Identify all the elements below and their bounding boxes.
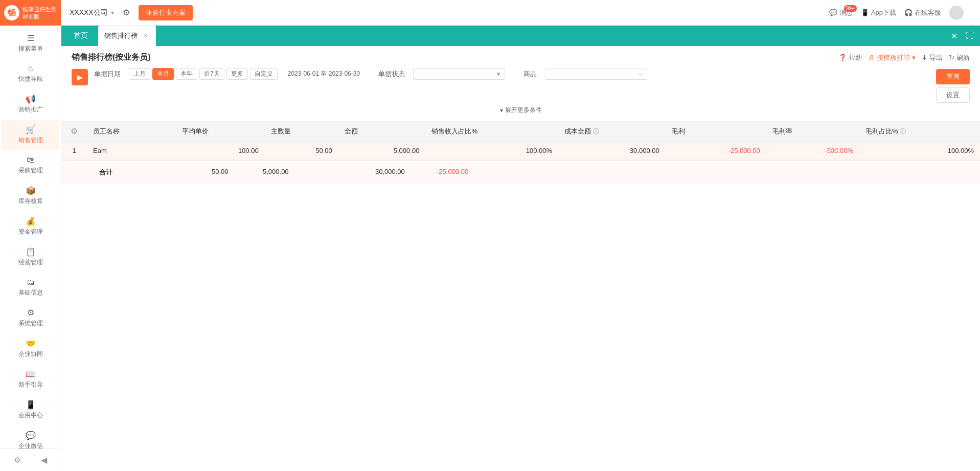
print-button[interactable]: 🖨 按模板打印 ▾ (868, 53, 916, 62)
sidebar-item-sales[interactable]: 🛒 销售管理 (2, 120, 59, 150)
tabbar-right: ✕ ⛶ (949, 29, 976, 43)
export-button[interactable]: ⬇ 导出 (922, 53, 943, 62)
more-date-btn[interactable]: 更多 (226, 68, 248, 80)
sidebar-item-inventory[interactable]: 📦 库存核算 (2, 181, 59, 211)
app-download-button[interactable]: 📱 App下载 (861, 8, 896, 17)
table-col-settings[interactable]: ⚙ (61, 121, 87, 142)
last7days-btn[interactable]: 近7天 (199, 68, 224, 80)
page-title-row: 销售排行榜(按业务员) ❓ 帮助 🖨 按模板打印 ▾ ⬇ 导出 (72, 52, 970, 63)
this-month-btn[interactable]: 本月 (152, 68, 174, 80)
online-service-button[interactable]: 🎧 在线客服 (904, 8, 941, 17)
date-range: 2023-06-01 至 2023-06-30 (288, 70, 360, 78)
tabbar-close-icon[interactable]: ✕ (949, 29, 960, 43)
nav-label-quick-nav: 快捷导航 (18, 75, 43, 83)
tab-close-icon[interactable]: × (142, 32, 150, 40)
tabbar: 首页 销售排行榜 × ✕ ⛶ (61, 26, 980, 46)
nav-label-finance: 资金管理 (18, 228, 43, 236)
profit-pct-help-icon[interactable]: ⓘ (900, 128, 906, 135)
message-badge: 99+ (844, 5, 857, 12)
this-year-btn[interactable]: 本年 (176, 68, 197, 80)
footer-main-qty: 50.00 (206, 166, 257, 179)
sidebar-item-quick-nav[interactable]: ⌂ 快捷导航 (2, 59, 59, 88)
footer-profit-rate (492, 166, 543, 179)
cell-profit-pct: 100.00% (859, 142, 980, 160)
cost-help-icon[interactable]: ⓘ (593, 128, 599, 135)
help-icon: ❓ (838, 54, 847, 61)
last-month-btn[interactable]: 上月 (129, 68, 150, 80)
refresh-button[interactable]: ↻ 刷新 (949, 53, 970, 62)
message-icon: 💬 (829, 9, 837, 16)
product-select[interactable]: ··· (545, 69, 647, 80)
sidebar-item-wechat[interactable]: 💬 企业微信 (2, 425, 59, 448)
nav-icon-operations: 📋 (26, 247, 36, 257)
nav-label-sales: 销售管理 (18, 136, 43, 145)
nav-icon-sales: 🛒 (26, 125, 36, 134)
company-selector[interactable]: XXXXX公司 ▾ (70, 8, 114, 17)
help-button[interactable]: ❓ 帮助 (838, 53, 862, 62)
tab-active-label: 销售排行榜 (104, 31, 138, 40)
nav-label-onboarding: 新手引导 (18, 380, 43, 389)
sidebar-item-finance[interactable]: 💰 资金管理 (2, 211, 59, 241)
sidebar-item-enterprise[interactable]: 🤝 企业协同 (2, 333, 59, 364)
table-row: 1 Eam 100.00 50.00 5,000.00 100.00% 30,0… (61, 142, 980, 160)
trial-button[interactable]: 体验行业方案 (139, 5, 193, 20)
expand-conditions-btn[interactable]: ▾ 展开更多条件 (500, 106, 542, 115)
nav-icon-inventory: 📦 (26, 186, 36, 195)
nav-icon-wechat: 💬 (26, 431, 36, 440)
cell-cost-amount: 30,000.00 (558, 142, 666, 160)
logo-icon: 畅 (4, 5, 19, 20)
sidebar-item-purchase[interactable]: 🛍 采购管理 (2, 150, 59, 180)
tab-home[interactable]: 首页 (65, 26, 96, 46)
table-col-name: 员工名称 (87, 121, 176, 142)
tabbar-fullscreen-icon[interactable]: ⛶ (964, 29, 976, 42)
settings-button[interactable]: 设置 (936, 87, 970, 103)
nav-icon-onboarding: 📖 (26, 369, 36, 379)
table-header-row: ⚙ 员工名称 平均单价 主数量 全额 销售收入占比% 成本全额 ⓘ 毛利 毛利率… (61, 121, 980, 142)
filter-buttons: 查询 设置 (936, 68, 970, 103)
footer-avg-price (154, 166, 206, 179)
date-label: 单据日期 (94, 70, 121, 79)
message-button[interactable]: 💬 消息 99+ (829, 8, 853, 17)
nav-icon-basic-info: 🗂 (27, 278, 35, 287)
custom-date-btn[interactable]: 自定义 (250, 68, 278, 80)
table-col-main-qty: 主数量 (265, 121, 338, 142)
cell-profit: -25,000.00 (666, 142, 766, 160)
sidebar-settings-icon[interactable]: ⚙ (12, 453, 23, 467)
export-icon: ⬇ (922, 54, 927, 61)
nav-icon-purchase: 🛍 (27, 155, 35, 165)
nav-icon-marketing: 📢 (26, 94, 36, 104)
nav-icon-app-center: 📱 (26, 400, 36, 410)
sidebar-item-system[interactable]: ⚙ 系统管理 (2, 303, 59, 333)
nav-label-inventory: 库存核算 (18, 197, 43, 206)
nav-label-operations: 经营管理 (18, 258, 43, 267)
sidebar-item-onboarding[interactable]: 📖 新手引导 (2, 364, 59, 394)
table-footer: 合计 50.00 5,000.00 30,000.00 -25,000.00 (61, 160, 980, 184)
sidebar: 畅 畅康通好生意 标准版 ☰ 搜索菜单 ⌂ 快捷导航 📢 营销推广 🛒 销售管理… (0, 0, 61, 471)
topbar-settings-icon[interactable]: ⚙ (119, 6, 133, 20)
table-settings-icon[interactable]: ⚙ (71, 127, 78, 136)
table-col-amount: 全额 (338, 121, 426, 142)
expand-row: ▾ 展开更多条件 (72, 103, 970, 119)
nav-label-enterprise: 企业协同 (18, 350, 43, 358)
status-select[interactable]: ▾ (413, 68, 505, 80)
sidebar-item-app-center[interactable]: 📱 应用中心 (2, 395, 59, 425)
query-button[interactable]: 查询 (936, 69, 970, 84)
logo: 畅 畅康通好生意 标准版 (0, 0, 61, 26)
filter-expand-btn[interactable]: ▶ (72, 69, 88, 85)
company-chevron-icon: ▾ (111, 9, 114, 16)
table-col-cost-amount: 成本全额 ⓘ (558, 121, 666, 142)
sidebar-collapse-icon[interactable]: ◀ (39, 453, 49, 467)
page-title: 销售排行榜(按业务员) (72, 52, 151, 63)
sidebar-item-basic-info[interactable]: 🗂 基础信息 (2, 273, 59, 302)
sidebar-item-operations[interactable]: 📋 经营管理 (2, 242, 59, 272)
sidebar-item-search[interactable]: ☰ 搜索菜单 (2, 28, 59, 58)
nav-label-search: 搜索菜单 (18, 44, 43, 53)
nav-label-app-center: 应用中心 (18, 411, 43, 420)
tab-sales-ranking[interactable]: 销售排行榜 × (98, 26, 156, 46)
footer-label: 合计 (93, 166, 154, 179)
filters: ▶ 单据日期 上月 本月 本年 近7天 更多 (72, 68, 970, 121)
sidebar-item-marketing[interactable]: 📢 营销推广 (2, 89, 59, 119)
topbar: XXXXX公司 ▾ ⚙ 体验行业方案 💬 消息 99+ 📱 App下载 🎧 在线… (61, 0, 980, 26)
nav-label-marketing: 营销推广 (18, 105, 43, 114)
avatar[interactable] (949, 6, 964, 20)
